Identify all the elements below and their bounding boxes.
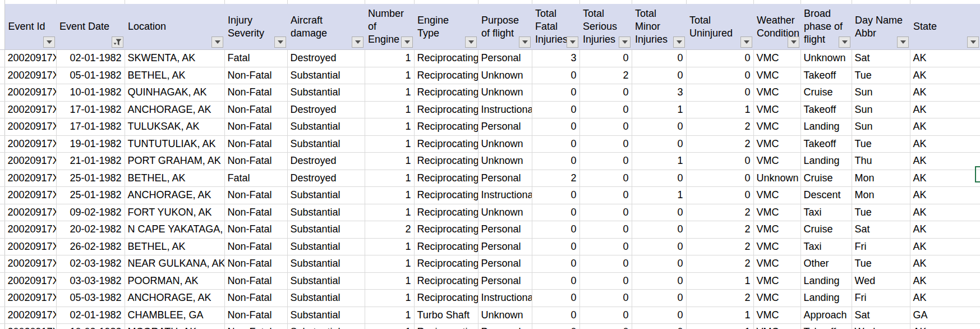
cell-location[interactable]: CHAMBLEE, GA: [125, 307, 224, 324]
cell-day_name_abbr[interactable]: Wed: [852, 324, 910, 329]
cell-total_serious_injuries[interactable]: 0: [579, 238, 632, 255]
cell-aircraft_damage[interactable]: Substantial: [287, 221, 365, 239]
cell-day_name_abbr[interactable]: Sat: [852, 307, 910, 324]
cell-total_minor_injuries[interactable]: 0: [632, 255, 686, 273]
cell-total_uninjured[interactable]: 0: [686, 84, 753, 102]
cell-event_id[interactable]: 20020917X: [4, 290, 56, 307]
cell-location[interactable]: BETHEL, AK: [125, 238, 224, 255]
cell-total_fatal_injuries[interactable]: 0: [532, 135, 579, 153]
cell-weather_condition[interactable]: VMC: [753, 67, 800, 84]
cell-total_minor_injuries[interactable]: 0: [632, 272, 686, 290]
cell-location[interactable]: ANCHORAGE, AK: [125, 290, 224, 307]
cell-event_id[interactable]: 20020917X: [4, 50, 56, 67]
cell-number_of_engine[interactable]: 1: [365, 67, 414, 84]
cell-weather_condition[interactable]: VMC: [753, 324, 800, 329]
cell-total_serious_injuries[interactable]: 0: [579, 324, 632, 329]
cell-location[interactable]: TULUKSAK, AK: [125, 118, 224, 136]
cell-broad_phase_of_flight[interactable]: Landing: [800, 153, 852, 170]
cell-purpose_of_flight[interactable]: Instructional: [478, 101, 532, 118]
cell-weather_condition[interactable]: VMC: [753, 204, 800, 221]
cell-weather_condition[interactable]: VMC: [753, 272, 800, 290]
cell-event_date[interactable]: 05-03-1982: [56, 290, 125, 307]
cell-aircraft_damage[interactable]: Substantial: [287, 187, 365, 204]
cell-state[interactable]: AK: [910, 84, 980, 102]
cell-total_uninjured[interactable]: 2: [686, 118, 753, 136]
cell-event_id[interactable]: 20020917X: [4, 187, 56, 204]
cell-weather_condition[interactable]: VMC: [753, 255, 800, 273]
cell-engine_type[interactable]: Reciprocating: [414, 272, 478, 290]
cell-purpose_of_flight[interactable]: Personal: [478, 272, 532, 290]
cell-purpose_of_flight[interactable]: Unknown: [478, 67, 532, 84]
filter-button-engine_type[interactable]: [465, 36, 477, 48]
cell-event_date[interactable]: 19-01-1982: [56, 135, 125, 153]
cell-total_fatal_injuries[interactable]: 0: [532, 101, 579, 118]
cell-day_name_abbr[interactable]: Wed: [852, 272, 910, 290]
cell-engine_type[interactable]: Reciprocating: [414, 84, 478, 102]
cell-engine_type[interactable]: Reciprocating: [414, 170, 478, 187]
cell-number_of_engine[interactable]: 1: [365, 307, 414, 324]
cell-total_minor_injuries[interactable]: 0: [632, 290, 686, 307]
cell-injury_severity[interactable]: Non-Fatal: [224, 324, 287, 329]
cell-total_minor_injuries[interactable]: 1: [632, 187, 686, 204]
cell-total_uninjured[interactable]: 0: [686, 67, 753, 84]
cell-total_uninjured[interactable]: 0: [686, 170, 753, 187]
cell-weather_condition[interactable]: VMC: [753, 101, 800, 118]
cell-engine_type[interactable]: Reciprocating: [414, 50, 478, 67]
cell-event_id[interactable]: 20020917X: [4, 255, 56, 273]
cell-injury_severity[interactable]: Non-Fatal: [224, 221, 287, 239]
cell-event_date[interactable]: 17-01-1982: [56, 101, 125, 118]
cell-broad_phase_of_flight[interactable]: Takeoff: [800, 135, 852, 153]
cell-day_name_abbr[interactable]: Tue: [852, 255, 910, 273]
cell-broad_phase_of_flight[interactable]: Cruise: [800, 221, 852, 239]
cell-day_name_abbr[interactable]: Tue: [852, 67, 910, 84]
cell-aircraft_damage[interactable]: Substantial: [287, 84, 365, 102]
filter-button-purpose_of_flight[interactable]: [519, 36, 531, 48]
cell-injury_severity[interactable]: Non-Fatal: [224, 118, 287, 136]
cell-weather_condition[interactable]: VMC: [753, 221, 800, 239]
cell-weather_condition[interactable]: Unknown: [753, 170, 800, 187]
cell-engine_type[interactable]: Reciprocating: [414, 118, 478, 136]
cell-total_fatal_injuries[interactable]: 0: [532, 84, 579, 102]
cell-purpose_of_flight[interactable]: Unknown: [478, 153, 532, 170]
cell-state[interactable]: AK: [910, 153, 980, 170]
cell-injury_severity[interactable]: Fatal: [224, 170, 287, 187]
cell-number_of_engine[interactable]: 1: [365, 153, 414, 170]
cell-broad_phase_of_flight[interactable]: Taxi: [800, 238, 852, 255]
cell-total_serious_injuries[interactable]: 0: [579, 170, 632, 187]
cell-number_of_engine[interactable]: 1: [365, 204, 414, 221]
cell-state[interactable]: AK: [910, 290, 980, 307]
cell-injury_severity[interactable]: Non-Fatal: [224, 135, 287, 153]
cell-total_uninjured[interactable]: 0: [686, 153, 753, 170]
cell-injury_severity[interactable]: Non-Fatal: [224, 255, 287, 273]
cell-total_uninjured[interactable]: 2: [686, 221, 753, 239]
column-header-broad_phase_of_flight[interactable]: Broad phase of flight: [800, 4, 852, 50]
cell-event_date[interactable]: 05-01-1982: [56, 67, 125, 84]
cell-total_minor_injuries[interactable]: 3: [632, 84, 686, 102]
cell-aircraft_damage[interactable]: Destroyed: [287, 50, 365, 67]
cell-event_date[interactable]: 10-01-1982: [56, 84, 125, 102]
cell-day_name_abbr[interactable]: Sat: [852, 50, 910, 67]
cell-state[interactable]: AK: [910, 170, 980, 187]
cell-number_of_engine[interactable]: 1: [365, 84, 414, 102]
cell-event_id[interactable]: 20020917X: [4, 153, 56, 170]
column-header-total_uninjured[interactable]: Total Uninjured: [686, 4, 753, 50]
cell-weather_condition[interactable]: VMC: [753, 135, 800, 153]
cell-event_date[interactable]: 02-01-1982: [56, 307, 125, 324]
cell-injury_severity[interactable]: Non-Fatal: [224, 272, 287, 290]
cell-broad_phase_of_flight[interactable]: Approach: [800, 307, 852, 324]
filter-button-broad_phase_of_flight[interactable]: [839, 36, 850, 48]
cell-engine_type[interactable]: Reciprocating: [414, 135, 478, 153]
cell-weather_condition[interactable]: VMC: [753, 290, 800, 307]
cell-total_fatal_injuries[interactable]: 0: [532, 153, 579, 170]
cell-state[interactable]: AK: [910, 204, 980, 221]
cell-location[interactable]: POORMAN, AK: [125, 272, 224, 290]
cell-total_uninjured[interactable]: 1: [686, 307, 753, 324]
cell-purpose_of_flight[interactable]: Personal: [478, 221, 532, 239]
filter-button-event_id[interactable]: [43, 36, 55, 48]
filter-button-total_minor_injuries[interactable]: [673, 36, 685, 48]
cell-location[interactable]: FORT YUKON, AK: [125, 204, 224, 221]
cell-broad_phase_of_flight[interactable]: Takeoff: [800, 324, 852, 329]
cell-total_minor_injuries[interactable]: 0: [632, 324, 686, 329]
cell-total_fatal_injuries[interactable]: 0: [532, 290, 579, 307]
cell-purpose_of_flight[interactable]: Instructional: [478, 290, 532, 307]
